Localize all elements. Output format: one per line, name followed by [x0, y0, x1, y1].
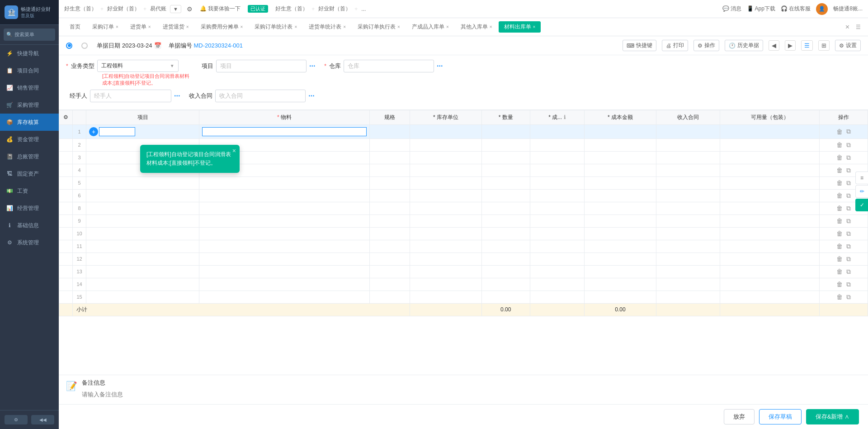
settings-btn[interactable]: ⚙	[187, 5, 193, 13]
info-icon[interactable]: ℹ	[564, 114, 566, 120]
row-delete-btn[interactable]: 🗑	[835, 268, 844, 276]
col-spec-header[interactable]: 规格	[369, 110, 410, 124]
sidebar-item-ledger[interactable]: 📓 总账管理	[0, 148, 59, 165]
row-delete-btn[interactable]: 🗑	[835, 167, 844, 174]
history-btn[interactable]: 🕐 历史单据	[725, 40, 763, 51]
business-type-select[interactable]: 工程领料 ▼	[97, 60, 179, 72]
col-material-header[interactable]: * 物料	[199, 110, 370, 124]
col-income-contract-header[interactable]: 收入合同	[656, 110, 720, 124]
project-more-btn[interactable]: ···	[309, 62, 315, 70]
close-purchase-stats[interactable]: ×	[294, 24, 297, 29]
app-download-btn[interactable]: 📱 App下载	[747, 5, 775, 13]
company-tab-3[interactable]: 易代账	[150, 5, 166, 13]
remark-input[interactable]	[82, 389, 861, 399]
warehouse-select[interactable]: 仓库	[344, 60, 434, 72]
row-delete-btn[interactable]: 🗑	[835, 179, 844, 187]
sidebar-item-finance[interactable]: 💰 资金管理	[0, 131, 59, 148]
settings-footer-btn[interactable]: ⚙	[5, 415, 28, 424]
col-project-header[interactable]: 项目	[86, 110, 199, 124]
row-delete-btn[interactable]: 🗑	[835, 293, 844, 301]
row-delete-btn[interactable]: 🗑	[835, 243, 844, 250]
tab-inbound[interactable]: 进货单 ×	[125, 21, 156, 33]
search-menu-btn[interactable]: 🔍 搜索菜单	[4, 29, 55, 41]
row-1-quantity[interactable]	[481, 124, 530, 138]
company-tab-1[interactable]: 好生意（首）	[64, 5, 97, 13]
tooltip-close-btn[interactable]: ×	[232, 148, 236, 154]
sidebar-item-system[interactable]: ⚙ 系统管理	[0, 234, 59, 251]
col-settings-header[interactable]: ⚙	[59, 110, 73, 124]
message-btn[interactable]: 💬 消息	[722, 5, 741, 13]
prev-record-btn[interactable]: ◀	[769, 40, 779, 51]
row-copy-btn[interactable]: ⧉	[845, 205, 852, 212]
online-service-btn[interactable]: 🎧 在线客服	[781, 5, 811, 13]
list-view-btn[interactable]: ☰	[801, 40, 813, 51]
next-record-btn[interactable]: ▶	[785, 40, 796, 51]
col-quantity-header[interactable]: * 数量	[481, 110, 530, 124]
row-copy-btn[interactable]: ⧉	[845, 141, 852, 149]
close-material-outbound[interactable]: ×	[533, 24, 536, 29]
date-value[interactable]: 2023-03-24	[122, 42, 152, 49]
row-delete-btn[interactable]: 🗑	[835, 205, 844, 212]
company-nav-3[interactable]: 好业财（首）	[318, 5, 351, 13]
sidebar-item-quick-nav[interactable]: ⚡ 快捷导航	[0, 45, 59, 62]
handler-more-btn[interactable]: ···	[174, 92, 180, 100]
company-tab-2[interactable]: 好业财（首）	[107, 5, 140, 13]
sidebar-item-salary[interactable]: 💵 工资	[0, 182, 59, 200]
tab-material-outbound[interactable]: 材料出库单 ×	[499, 21, 541, 33]
close-purchase-exec[interactable]: ×	[397, 24, 400, 29]
row-1-material[interactable]	[199, 124, 370, 138]
row-delete-btn[interactable]: 🗑	[835, 281, 844, 288]
tab-menu-btn[interactable]: ☰	[854, 24, 863, 30]
close-inbound-stats[interactable]: ×	[343, 24, 346, 29]
handler-select[interactable]: 经手人	[90, 90, 171, 102]
row-1-delete-btn[interactable]: 🗑	[835, 128, 844, 135]
row-1-cost-amount[interactable]	[585, 124, 656, 138]
right-tool-green[interactable]: ✓	[855, 199, 868, 211]
tab-home[interactable]: 首页	[64, 21, 86, 33]
row-1-copy-btn[interactable]: ⧉	[845, 128, 852, 135]
tab-purchase-split[interactable]: 采购费用分摊单 ×	[195, 21, 249, 33]
row-copy-btn[interactable]: ⧉	[845, 230, 852, 238]
close-other-inbound[interactable]: ×	[490, 24, 492, 29]
print-btn[interactable]: 🖨 打印	[662, 40, 688, 51]
row-delete-btn[interactable]: 🗑	[835, 141, 844, 149]
row-1-spec[interactable]	[369, 124, 410, 138]
col-cost-price-header[interactable]: * 成... ℹ	[530, 110, 584, 124]
row-delete-btn[interactable]: 🗑	[835, 217, 844, 225]
close-purchase-order[interactable]: ×	[116, 24, 118, 29]
right-tool-1[interactable]: ≡	[855, 172, 868, 184]
save-draft-btn[interactable]: 保存草稿	[759, 409, 802, 424]
row-copy-btn[interactable]: ⧉	[845, 154, 852, 162]
more-tabs-btn[interactable]: ▼	[170, 5, 181, 13]
experience-link[interactable]: 🔔 我要体验一下	[200, 5, 241, 13]
add-row-btn[interactable]: +	[89, 127, 98, 136]
tab-purchase-exec[interactable]: 采购订单执行表 ×	[352, 21, 406, 33]
row-delete-btn[interactable]: 🗑	[835, 192, 844, 200]
warehouse-more-btn[interactable]: ···	[437, 62, 443, 70]
sidebar-item-sales[interactable]: 📈 销售管理	[0, 79, 59, 96]
settings-page-btn[interactable]: ⚙ 设置	[835, 40, 861, 51]
col-available-header[interactable]: 可用量（包装）	[720, 110, 820, 124]
sidebar-item-basic-info[interactable]: ℹ 基础信息	[0, 217, 59, 234]
more-nav[interactable]: ...	[361, 6, 366, 12]
row-1-project[interactable]: +	[86, 124, 199, 138]
col-cost-amount-header[interactable]: * 成本金额	[585, 110, 656, 124]
sidebar-item-project[interactable]: 📋 项目合同	[0, 62, 59, 79]
close-inbound[interactable]: ×	[148, 24, 151, 29]
col-unit-header[interactable]: * 库存单位	[410, 110, 482, 124]
row-copy-btn[interactable]: ⧉	[845, 268, 852, 276]
close-purchase-split[interactable]: ×	[241, 24, 243, 29]
tab-other-inbound[interactable]: 其他入库单 ×	[455, 21, 498, 33]
close-inbound-return[interactable]: ×	[186, 24, 189, 29]
tab-finished-goods[interactable]: 产成品入库单 ×	[406, 21, 454, 33]
sidebar-item-purchase[interactable]: 🛒 采购管理	[0, 96, 59, 114]
row-delete-btn[interactable]: 🗑	[835, 230, 844, 238]
project-select[interactable]: 项目	[216, 60, 307, 72]
sidebar-item-inventory[interactable]: 📦 库存核算	[0, 114, 59, 131]
tab-inbound-return[interactable]: 进货退货 ×	[157, 21, 194, 33]
collapse-btn[interactable]: ◀◀	[31, 415, 54, 424]
username-label[interactable]: 畅捷通8账...	[833, 5, 863, 13]
radio-outbound[interactable]	[66, 43, 74, 49]
row-copy-btn[interactable]: ⧉	[845, 293, 852, 301]
row-copy-btn[interactable]: ⧉	[845, 243, 852, 250]
